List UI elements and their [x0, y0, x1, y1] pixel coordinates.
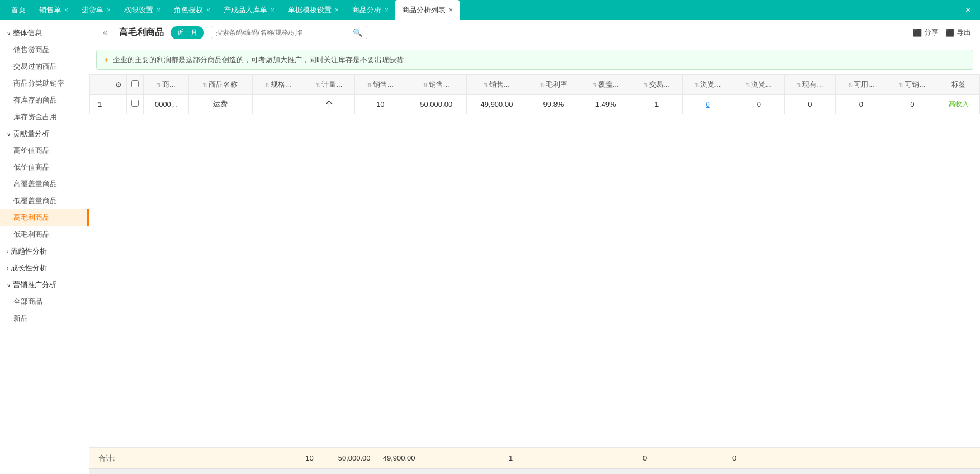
row-num: 1: [90, 95, 110, 114]
close-tab-icon[interactable]: ×: [107, 6, 111, 14]
share-button[interactable]: ⬛ 分享: [913, 27, 939, 37]
export-button[interactable]: ⬛ 导出: [945, 27, 971, 37]
nav-item-权限设置[interactable]: 权限设置×: [117, 0, 167, 20]
tag-badge: 高收入: [949, 100, 969, 108]
sort-icon: ⇅: [540, 82, 545, 88]
info-banner: ✦ 企业的主要的利润都是这部分商品创造的，可考虑加大推广，同时关注库存是不要出现…: [96, 50, 973, 70]
close-tab-icon[interactable]: ×: [271, 6, 274, 14]
footer-sales-amount: 50,000.00: [332, 454, 377, 462]
col-name[interactable]: ⇅商品名称: [188, 75, 253, 95]
sidebar-item-库存资金占用[interactable]: 库存资金占用: [0, 109, 89, 125]
col-transaction[interactable]: ⇅交易...: [631, 75, 682, 95]
nav-item-首页[interactable]: 首页: [4, 0, 32, 20]
cell-coverage: 1.49%: [580, 95, 631, 114]
sidebar-item-高价值商品[interactable]: 高价值商品: [0, 142, 89, 159]
data-table-container: ⚙⇅商...⇅商品名称⇅规格...⇅计量...⇅销售...⇅销售...⇅销售..…: [89, 74, 980, 447]
sidebar-section-贡献量分析[interactable]: ∨贡献量分析: [0, 125, 89, 142]
select-all-checkbox[interactable]: [131, 80, 139, 87]
col-browse2[interactable]: ⇅浏览...: [733, 75, 784, 95]
search-icon[interactable]: 🔍: [353, 28, 362, 37]
sidebar-item-高覆盖量商品[interactable]: 高覆盖量商品: [0, 176, 89, 193]
cell-available: 0: [784, 95, 835, 114]
nav-item-销售单[interactable]: 销售单×: [32, 0, 75, 20]
cell-transaction: 1: [631, 95, 682, 114]
row-select-checkbox[interactable]: [131, 100, 139, 107]
close-tab-icon[interactable]: ×: [64, 6, 68, 14]
col-sellable[interactable]: ⇅可销...: [887, 75, 938, 95]
sort-icon: ⇅: [643, 82, 648, 88]
sidebar-item-高毛利商品[interactable]: 高毛利商品: [0, 209, 89, 226]
col-sales_qty[interactable]: ⇅销售...: [355, 75, 406, 95]
col-coverage[interactable]: ⇅覆盖...: [580, 75, 631, 95]
cell-sales_qty: 10: [355, 95, 406, 114]
sidebar-item-低价值商品[interactable]: 低价值商品: [0, 159, 89, 176]
col-code[interactable]: ⇅商...: [144, 75, 189, 95]
col-sales_amount[interactable]: ⇅销售...: [406, 75, 466, 95]
page-title: 高毛利商品: [119, 27, 164, 39]
col-spec[interactable]: ⇅规格...: [253, 75, 304, 95]
nav-item-产成品入库单[interactable]: 产成品入库单×: [217, 0, 281, 20]
search-input[interactable]: [216, 29, 353, 36]
col-label: 计量...: [321, 79, 342, 90]
nav-item-单据模板设置[interactable]: 单据模板设置×: [281, 0, 345, 20]
col-label: 交易...: [649, 79, 670, 90]
sidebar: ∨整体信息销售货商品交易过的商品商品分类助销率有库存的商品库存资金占用∨贡献量分…: [0, 20, 89, 474]
info-icon: ✦: [103, 56, 110, 64]
cell-gross_margin: 99.8%: [527, 95, 580, 114]
sort-icon: ⇅: [797, 82, 801, 88]
col-unit[interactable]: ⇅计量...: [304, 75, 354, 95]
sidebar-section-营销推广分析[interactable]: ∨营销推广分析: [0, 276, 89, 293]
close-tab-icon[interactable]: ×: [385, 6, 389, 14]
nav-item-角色授权[interactable]: 角色授权×: [167, 0, 217, 20]
col-label: 覆盖...: [598, 79, 619, 90]
nav-item-进货单[interactable]: 进货单×: [75, 0, 117, 20]
export-label: 导出: [957, 27, 971, 37]
settings-icon[interactable]: ⚙: [115, 81, 122, 89]
top-navigation: 首页销售单×进货单×权限设置×角色授权×产成品入库单×单据模板设置×商品分析×商…: [0, 0, 980, 20]
browse1-link[interactable]: 0: [706, 100, 709, 109]
sidebar-item-低毛利商品[interactable]: 低毛利商品: [0, 226, 89, 243]
col-num: [90, 75, 110, 95]
section-arrow: ∨: [7, 131, 11, 137]
nav-item-商品分析列表[interactable]: 商品分析列表×: [395, 0, 460, 20]
cell-code: 0000...: [144, 95, 189, 114]
col-checkbox: [127, 75, 144, 95]
footer-spacer3: [533, 454, 623, 462]
footer-available: 0: [623, 454, 667, 462]
sort-icon: ⇅: [316, 82, 320, 88]
sidebar-item-有库存的商品[interactable]: 有库存的商品: [0, 92, 89, 109]
close-tab-icon[interactable]: ×: [157, 6, 160, 14]
section-arrow: ∨: [7, 282, 11, 288]
col-gross_margin[interactable]: ⇅毛利率: [527, 75, 580, 95]
sidebar-section-流趋性分析[interactable]: ›流趋性分析: [0, 243, 89, 260]
close-tab-icon[interactable]: ×: [335, 6, 339, 14]
col-available[interactable]: ⇅现有...: [784, 75, 835, 95]
collapse-sidebar-button[interactable]: «: [98, 27, 112, 37]
footer-sellable: 0: [712, 454, 757, 462]
sidebar-item-低覆盖量商品[interactable]: 低覆盖量商品: [0, 193, 89, 209]
col-browse1[interactable]: ⇅浏览...: [682, 75, 733, 95]
sidebar-item-销售货商品[interactable]: 销售货商品: [0, 41, 89, 58]
col-sales_cost[interactable]: ⇅销售...: [466, 75, 527, 95]
sidebar-item-商品分类助销率[interactable]: 商品分类助销率: [0, 75, 89, 92]
close-all-tabs[interactable]: ×: [960, 4, 976, 16]
section-arrow: ∨: [7, 30, 11, 36]
close-tab-icon[interactable]: ×: [206, 6, 210, 14]
sidebar-section-整体信息[interactable]: ∨整体信息: [0, 25, 89, 41]
footer-label: 合计:: [98, 453, 115, 463]
close-tab-icon[interactable]: ×: [449, 6, 453, 14]
time-filter-button[interactable]: 近一月: [171, 26, 204, 39]
row-checkbox[interactable]: [127, 95, 144, 114]
sidebar-item-新品[interactable]: 新品: [0, 310, 89, 327]
sidebar-section-成长性分析[interactable]: ›成长性分析: [0, 260, 89, 276]
nav-item-商品分析[interactable]: 商品分析×: [345, 0, 395, 20]
bottom-scrollbar[interactable]: [89, 468, 980, 474]
row-settings[interactable]: [110, 95, 127, 114]
col-usable[interactable]: ⇅可用...: [836, 75, 887, 95]
sidebar-item-交易过的商品[interactable]: 交易过的商品: [0, 58, 89, 75]
col-label: 可用...: [854, 79, 874, 90]
sidebar-item-全部商品[interactable]: 全部商品: [0, 293, 89, 310]
col-label: 销售...: [373, 79, 394, 90]
col-label: 浏览...: [700, 79, 721, 90]
share-icon: ⬛: [913, 29, 922, 37]
